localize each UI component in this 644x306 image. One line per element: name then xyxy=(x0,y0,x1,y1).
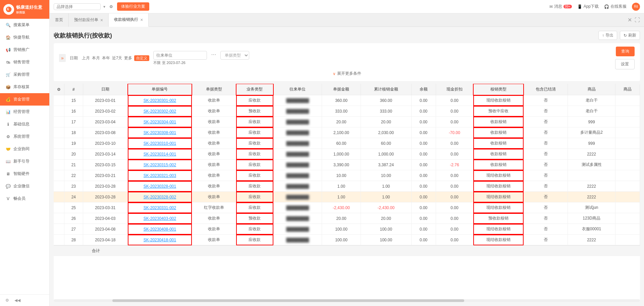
topbar-gear-icon[interactable]: ⚙ xyxy=(109,4,113,9)
cell-amount: 60.00 xyxy=(322,138,361,149)
doc-no-link[interactable]: SK-20230321-003 xyxy=(144,173,176,178)
doc-no-link[interactable]: SK-20230408-001 xyxy=(144,227,176,232)
export-button[interactable]: ↑ 导出 xyxy=(598,31,617,40)
cell-doc-no[interactable]: SK-20230304-001 xyxy=(128,117,192,127)
cell-doc-no[interactable]: SK-20230315-002 xyxy=(128,160,192,170)
table-scrollbar-thumb[interactable] xyxy=(112,299,464,302)
query-button[interactable]: 查询 xyxy=(616,47,635,56)
sidebar-item-finance[interactable]: 💰 资金管理 xyxy=(0,93,49,106)
user-avatar[interactable]: Rit xyxy=(632,3,640,11)
sidebar-item-base-info[interactable]: ℹ 基础信息 xyxy=(0,118,49,130)
cell-doc-no[interactable]: SK-20230314-001 xyxy=(128,149,192,160)
cell-include-cleared: 否 xyxy=(524,138,568,149)
sidebar-item-sales[interactable]: 🛍 销售管理 xyxy=(0,56,49,68)
cell-settings xyxy=(54,170,64,181)
doc-no-link[interactable]: SK-20230302-002 xyxy=(144,109,176,114)
page-title: 收款核销执行(按收款) xyxy=(54,32,112,40)
expand-tab-icon[interactable]: ⛶ xyxy=(635,17,640,23)
date-custom-option[interactable]: 自定义 xyxy=(134,55,149,61)
topbar-chevron-icon[interactable]: ▾ xyxy=(103,4,105,9)
table-row: 242023-03-28SK-20230328-002收款单应收款███████… xyxy=(54,192,640,202)
sidebar-item-guide[interactable]: 📖 新手引导 xyxy=(0,155,49,168)
cell-biz-type: 应收款 xyxy=(236,160,274,170)
app-download-button[interactable]: 📱 App下载 xyxy=(577,4,599,9)
tab-home[interactable]: 首页 xyxy=(50,13,69,27)
solution-button[interactable]: 体验行业方案 xyxy=(117,2,149,11)
sidebar-item-quick-nav[interactable]: 🏠 快捷导航 xyxy=(0,31,49,44)
date-option-this-year[interactable]: 本年 xyxy=(102,55,110,61)
doc-no-link[interactable]: SK-20230301-002 xyxy=(144,98,176,103)
table-wrapper[interactable]: ⚙ # 日期 单据编号 单据类型 业务类型 往来单位 单据金额 累计核销金额 余… xyxy=(54,84,640,299)
tab-pre-payment-close-icon[interactable]: × xyxy=(100,17,103,23)
filter-expand-button[interactable]: » xyxy=(59,54,66,62)
cell-amount: 1.00 xyxy=(322,192,361,202)
cell-row-num: 20 xyxy=(64,149,83,160)
filter-expand-row: ∨ 展开更多条件 xyxy=(59,69,635,78)
expand-more-button[interactable]: ∨ 展开更多条件 xyxy=(333,71,361,76)
cell-doc-no[interactable]: SK-20230403-002 xyxy=(128,213,192,224)
settings-bottom-icon[interactable]: ⚙ xyxy=(5,298,9,303)
doc-no-link[interactable]: SK-20230331-002 xyxy=(144,205,176,210)
footer-settings xyxy=(54,245,64,256)
doc-no-link[interactable]: SK-20230308-001 xyxy=(144,130,176,135)
doc-type-select[interactable]: 单据类型 xyxy=(220,51,249,60)
cell-doc-no[interactable]: SK-20230308-001 xyxy=(128,127,192,138)
cell-doc-no[interactable]: SK-20230321-003 xyxy=(128,170,192,181)
date-option-last-month[interactable]: 上月 xyxy=(82,55,90,61)
cell-doc-no[interactable]: SK-20230302-002 xyxy=(128,106,192,117)
col-header-settings[interactable]: ⚙ xyxy=(54,84,64,95)
sidebar-item-corp[interactable]: 🤝 企业协同 xyxy=(0,143,49,155)
brand-select-input[interactable] xyxy=(54,3,101,10)
cell-doc-no[interactable]: SK-20230408-001 xyxy=(128,224,192,235)
sidebar-item-marketing[interactable]: 📢 营销推广 xyxy=(0,44,49,56)
cell-doc-no[interactable]: SK-20230310-001 xyxy=(128,138,192,149)
cell-goods2 xyxy=(615,224,640,235)
tab-collection-exec[interactable]: 收款核销执行 × xyxy=(109,13,149,27)
doc-no-link[interactable]: SK-20230304-001 xyxy=(144,120,176,124)
doc-no-link[interactable]: SK-20230403-002 xyxy=(144,216,176,221)
cell-doc-no[interactable]: SK-20230328-002 xyxy=(128,192,192,202)
cell-doc-no[interactable]: SK-20230301-002 xyxy=(128,95,192,106)
cell-settings xyxy=(54,224,64,235)
cell-doc-no[interactable]: SK-20230328-001 xyxy=(128,181,192,192)
doc-no-link[interactable]: SK-20230328-001 xyxy=(144,184,176,189)
sidebar-item-wechat[interactable]: 💬 企业微信 xyxy=(0,180,49,192)
counterpart-input[interactable] xyxy=(153,51,207,60)
table-row: 272023-04-08SK-20230408-001收款单应收款███████… xyxy=(54,224,640,235)
refresh-button[interactable]: ↻ 刷新 xyxy=(620,31,640,40)
cart-icon: 🛒 xyxy=(5,72,11,77)
phone-icon: 📱 xyxy=(577,4,582,9)
table-scrollbar[interactable] xyxy=(54,299,640,302)
filter-more-dots[interactable]: ··· xyxy=(211,51,216,60)
sidebar-item-hardware[interactable]: 🖥 智能硬件 xyxy=(0,168,49,180)
cell-doc-no[interactable]: SK-20230331-002 xyxy=(128,202,192,213)
doc-no-link[interactable]: SK-20230315-002 xyxy=(144,163,176,167)
sidebar-item-search[interactable]: 🔍 搜索菜单 xyxy=(0,19,49,31)
messages-badge: 99+ xyxy=(564,5,572,8)
sidebar-item-member[interactable]: V 畅会员 xyxy=(0,192,49,205)
col-header-date: 日期 xyxy=(83,84,127,95)
doc-no-link[interactable]: SK-20230310-001 xyxy=(144,141,176,146)
sidebar-item-operations[interactable]: 📊 经营管理 xyxy=(0,106,49,118)
close-tab-icon[interactable]: ✕ xyxy=(628,17,632,23)
date-option-this-month[interactable]: 本月 xyxy=(92,55,100,61)
cell-cancel-type: 现结收款核销 xyxy=(473,235,524,246)
sidebar-item-system[interactable]: ⚙ 系统管理 xyxy=(0,130,49,143)
cell-doc-no[interactable]: SK-20230418-001 xyxy=(128,235,192,246)
doc-no-link[interactable]: SK-20230418-001 xyxy=(144,238,176,242)
collapse-icon[interactable]: ◀◀ xyxy=(14,298,20,303)
filter-settings-button[interactable]: 设置 xyxy=(615,59,635,69)
online-service-button[interactable]: 🎧 在线客服 xyxy=(604,4,627,9)
date-option-7days[interactable]: 近7天 xyxy=(112,55,122,61)
tab-pre-payment[interactable]: 预付款应付单 × xyxy=(69,13,109,27)
messages-button[interactable]: ✉ 消息 99+ xyxy=(549,4,572,9)
wechat-icon: 💬 xyxy=(5,184,11,189)
doc-no-link[interactable]: SK-20230314-001 xyxy=(144,152,176,157)
cell-counterpart: ████████ xyxy=(273,181,322,192)
date-option-more[interactable]: 更多 xyxy=(124,55,132,61)
sidebar-item-purchase[interactable]: 🛒 采购管理 xyxy=(0,68,49,81)
tab-collection-exec-close-icon[interactable]: × xyxy=(140,17,143,22)
sidebar-item-inventory[interactable]: 📦 库存核算 xyxy=(0,81,49,93)
table-row: 232023-03-28SK-20230328-001收款单应收款███████… xyxy=(54,181,640,192)
doc-no-link[interactable]: SK-20230328-002 xyxy=(144,195,176,199)
